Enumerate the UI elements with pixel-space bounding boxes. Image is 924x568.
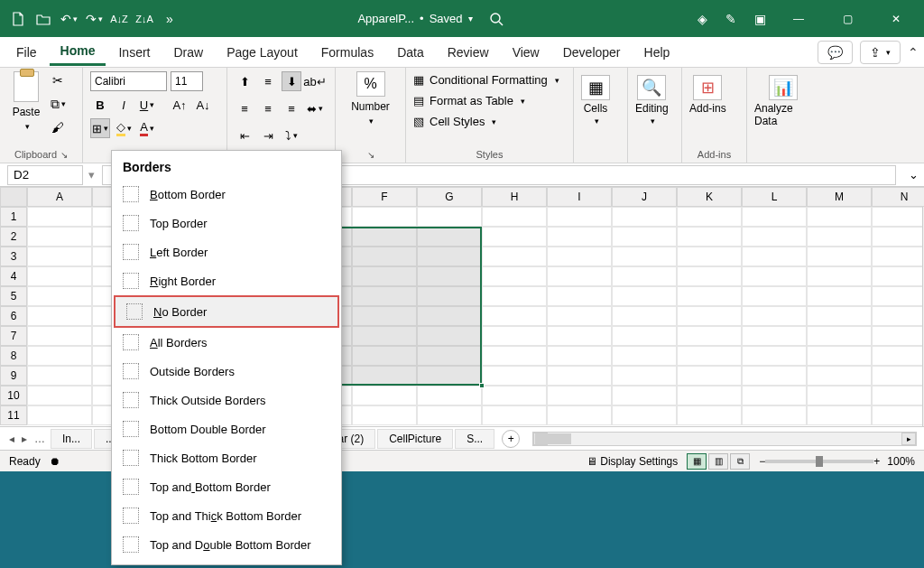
cell[interactable] (742, 386, 807, 405)
font-color-button[interactable]: A▾ (137, 118, 157, 138)
decrease-indent-button[interactable]: ⇤ (235, 126, 254, 145)
number-dialog-launcher[interactable]: ↘ (367, 150, 374, 160)
cell[interactable] (352, 405, 417, 425)
cell[interactable] (677, 306, 742, 326)
maximize-button[interactable]: ▢ (827, 5, 868, 33)
borders-menu-item[interactable]: Thick Bottom Border (112, 443, 341, 472)
tab-insert[interactable]: Insert (107, 40, 161, 65)
display-settings-button[interactable]: 🖥 Display Settings (587, 455, 678, 468)
cell[interactable] (417, 326, 482, 346)
tab-home[interactable]: Home (50, 38, 106, 66)
fill-color-button[interactable]: ◇▾ (114, 118, 134, 138)
view-pagelayout-button[interactable]: ▥ (708, 453, 728, 470)
cell[interactable] (807, 366, 872, 386)
minimize-button[interactable]: — (778, 5, 819, 33)
cell[interactable] (482, 286, 547, 306)
row-header[interactable]: 11 (0, 405, 27, 425)
borders-menu-item[interactable]: Thick Outside Borders (112, 386, 341, 414)
cell[interactable] (872, 366, 924, 386)
cell[interactable] (417, 366, 482, 386)
cell[interactable] (352, 366, 417, 386)
cell[interactable] (742, 405, 807, 425)
number-format-button[interactable]: % Number ▾ (351, 71, 390, 126)
font-name-input[interactable] (90, 71, 167, 91)
bold-button[interactable]: B (90, 95, 110, 115)
cell[interactable] (547, 366, 612, 386)
cell[interactable] (482, 326, 547, 346)
tab-view[interactable]: View (502, 40, 550, 65)
cell[interactable] (677, 286, 742, 306)
cell[interactable] (807, 405, 872, 425)
cell[interactable] (807, 346, 872, 366)
cell[interactable] (612, 346, 677, 366)
borders-menu-item[interactable]: No Border (114, 295, 339, 328)
shrink-font-button[interactable]: A↓ (193, 95, 213, 115)
cell[interactable] (482, 306, 547, 326)
cell[interactable] (482, 227, 547, 247)
cell[interactable] (547, 266, 612, 286)
cell[interactable] (27, 227, 92, 247)
cell[interactable] (27, 306, 92, 326)
sheet-nav-prev-icon[interactable]: ◂ (7, 433, 16, 445)
cell-styles-button[interactable]: ▧Cell Styles▾ (413, 113, 559, 130)
cell[interactable] (742, 306, 807, 326)
borders-menu-item[interactable]: Bottom Double Border (112, 414, 341, 443)
cell[interactable] (612, 326, 677, 346)
borders-menu-item[interactable]: Top and Double Bottom Border (112, 530, 341, 559)
cell[interactable] (872, 306, 924, 326)
cell[interactable] (872, 207, 924, 227)
cell[interactable] (807, 306, 872, 326)
sort-desc-icon[interactable]: Z↓A (134, 8, 155, 30)
underline-button[interactable]: U▾ (137, 95, 157, 115)
cell[interactable] (612, 405, 677, 425)
new-file-icon[interactable] (7, 8, 29, 30)
cell[interactable] (352, 386, 417, 405)
cell[interactable] (547, 386, 612, 405)
cell[interactable] (27, 266, 92, 286)
row-header[interactable]: 3 (0, 247, 27, 266)
cell[interactable] (742, 286, 807, 306)
row-header[interactable]: 10 (0, 386, 27, 405)
cell[interactable] (612, 386, 677, 405)
cell[interactable] (417, 306, 482, 326)
undo-icon[interactable]: ↶▾ (58, 8, 79, 30)
select-all-corner[interactable] (0, 187, 27, 207)
cell[interactable] (612, 366, 677, 386)
column-header[interactable]: N (872, 187, 924, 207)
addins-button[interactable]: ⊞Add-ins (689, 71, 726, 115)
cell[interactable] (417, 207, 482, 227)
cell[interactable] (677, 207, 742, 227)
share-button[interactable]: ⇪ ▾ (860, 41, 901, 64)
cell[interactable] (742, 326, 807, 346)
diamond-icon[interactable]: ◈ (691, 8, 713, 30)
column-header[interactable]: A (27, 187, 92, 207)
cell[interactable] (547, 286, 612, 306)
borders-menu-item[interactable]: Bottom Border (112, 180, 341, 209)
sheet-nav-next-icon[interactable]: ▸ (20, 433, 29, 445)
cell[interactable] (352, 266, 417, 286)
cell[interactable] (547, 306, 612, 326)
cell[interactable] (352, 326, 417, 346)
cell[interactable] (742, 266, 807, 286)
tab-draw[interactable]: Draw (162, 40, 214, 65)
cell[interactable] (612, 227, 677, 247)
name-box[interactable] (7, 165, 83, 185)
brush-icon[interactable]: ✎ (720, 8, 742, 30)
cell[interactable] (482, 405, 547, 425)
borders-menu-item[interactable]: Top Border (112, 209, 341, 237)
cell[interactable] (872, 247, 924, 266)
cell[interactable] (417, 266, 482, 286)
sort-asc-icon[interactable]: A↓Z (108, 8, 130, 30)
cell[interactable] (547, 227, 612, 247)
grow-font-button[interactable]: A↑ (170, 95, 189, 115)
search-icon[interactable] (478, 12, 514, 26)
cell[interactable] (807, 266, 872, 286)
orientation-button[interactable]: ⤵▾ (282, 126, 301, 145)
cell[interactable] (482, 346, 547, 366)
sheet-tab[interactable]: CellPicture (377, 429, 453, 449)
tab-file[interactable]: File (5, 40, 48, 65)
cell[interactable] (547, 326, 612, 346)
cell[interactable] (417, 405, 482, 425)
copy-icon[interactable]: ⧉▾ (49, 95, 67, 113)
column-header[interactable]: F (352, 187, 417, 207)
